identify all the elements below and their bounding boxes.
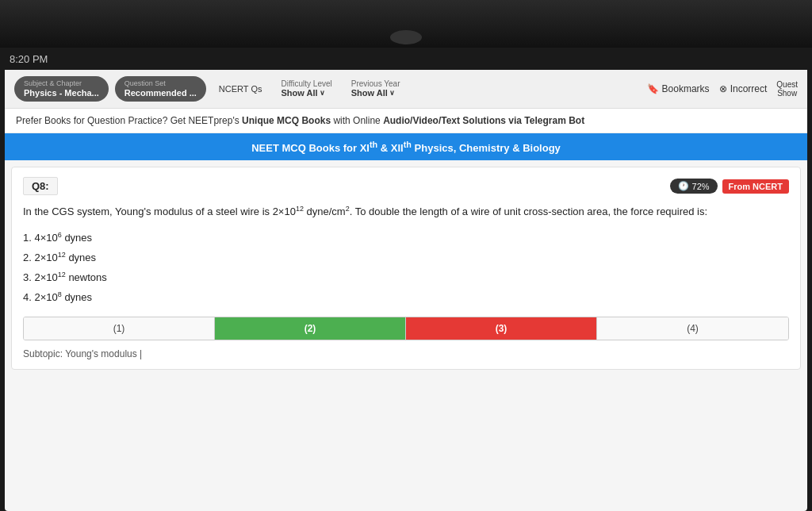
- options-list: 1. 4×106 dynes 2. 2×1012 dynes 3. 2×1012…: [23, 230, 789, 305]
- promo-text: Prefer Books for Question Practice? Get …: [16, 115, 584, 126]
- score-badge: 🕐 72%: [670, 179, 718, 194]
- previous-year-label: Previous Year: [351, 79, 400, 88]
- blue-banner-text: NEET MCQ Books for XIth & XIIth Physics,…: [251, 142, 561, 154]
- answer-cell-2[interactable]: (2): [215, 317, 406, 340]
- option-2[interactable]: 2. 2×1012 dynes: [23, 250, 789, 266]
- incorrect-icon: ⊗: [719, 83, 727, 94]
- previous-year-value: Show All ∨: [351, 88, 395, 98]
- question-set-value: Recommended ...: [124, 88, 197, 98]
- quest-value: Show: [777, 89, 797, 98]
- main-screen: Subject & Chapter Physics - Mecha... Que…: [5, 70, 807, 511]
- quest-label: Quest: [776, 80, 798, 89]
- question-set-label: Question Set: [124, 80, 197, 88]
- option-4[interactable]: 4. 2×108 dynes: [23, 290, 789, 305]
- toolbar: Subject & Chapter Physics - Mecha... Que…: [5, 70, 807, 109]
- difficulty-label: Difficulty Level: [281, 79, 331, 88]
- bookmark-icon: 🔖: [647, 83, 659, 94]
- answer-cell-1[interactable]: (1): [24, 317, 215, 340]
- subtopic-row: Subtopic: Young's modulus |: [23, 348, 789, 359]
- score-value: 72%: [692, 182, 710, 191]
- question-text: In the CGS system, Young's modulus of a …: [23, 203, 789, 221]
- difficulty-filter[interactable]: Difficulty Level Show All ∨: [274, 78, 338, 99]
- blue-banner[interactable]: NEET MCQ Books for XIth & XIIth Physics,…: [5, 133, 807, 160]
- camera-bar: [0, 0, 812, 48]
- subtopic-text: Subtopic: Young's modulus |: [23, 348, 142, 359]
- bookmarks-button[interactable]: 🔖 Bookmarks: [647, 83, 710, 94]
- answer-selector-row: (1) (2) (3) (4): [23, 317, 789, 340]
- ncert-badge: From NCERT: [722, 179, 789, 194]
- option-1[interactable]: 1. 4×106 dynes: [23, 230, 789, 246]
- difficulty-chevron-icon: ∨: [320, 89, 325, 97]
- answer-cell-3[interactable]: (3): [406, 317, 597, 340]
- ncert-qs-filter[interactable]: NCERT Qs: [213, 83, 269, 95]
- bookmarks-label: Bookmarks: [662, 83, 710, 94]
- clock-icon: 🕐: [678, 181, 689, 191]
- question-card: Q8: 🕐 72% From NCERT In the CGS system, …: [11, 167, 801, 369]
- question-header: Q8: 🕐 72% From NCERT: [23, 177, 789, 195]
- previous-year-filter[interactable]: Previous Year Show All ∨: [345, 78, 407, 99]
- subject-chapter-value: Physics - Mecha...: [24, 88, 99, 98]
- question-badges: 🕐 72% From NCERT: [670, 179, 789, 194]
- subject-chapter-label: Subject & Chapter: [24, 80, 99, 88]
- question-set-pill[interactable]: Question Set Recommended ...: [115, 76, 206, 102]
- status-bar: 8:20 PM: [0, 48, 812, 70]
- question-number: Q8:: [23, 177, 58, 195]
- incorrect-label: Incorrect: [730, 83, 768, 94]
- quest-button[interactable]: Quest Show: [776, 80, 798, 98]
- answer-cell-4[interactable]: (4): [597, 317, 788, 340]
- toolbar-right: 🔖 Bookmarks ⊗ Incorrect Quest Show: [647, 80, 798, 98]
- promo-bar: Prefer Books for Question Practice? Get …: [5, 109, 807, 133]
- previous-year-chevron-icon: ∨: [389, 89, 395, 97]
- subject-chapter-pill[interactable]: Subject & Chapter Physics - Mecha...: [14, 76, 109, 102]
- ncert-qs-label: NCERT Qs: [219, 84, 262, 94]
- option-3[interactable]: 3. 2×1012 newtons: [23, 270, 789, 286]
- difficulty-value: Show All ∨: [281, 88, 324, 98]
- incorrect-button[interactable]: ⊗ Incorrect: [719, 83, 768, 94]
- time-display: 8:20 PM: [10, 53, 48, 65]
